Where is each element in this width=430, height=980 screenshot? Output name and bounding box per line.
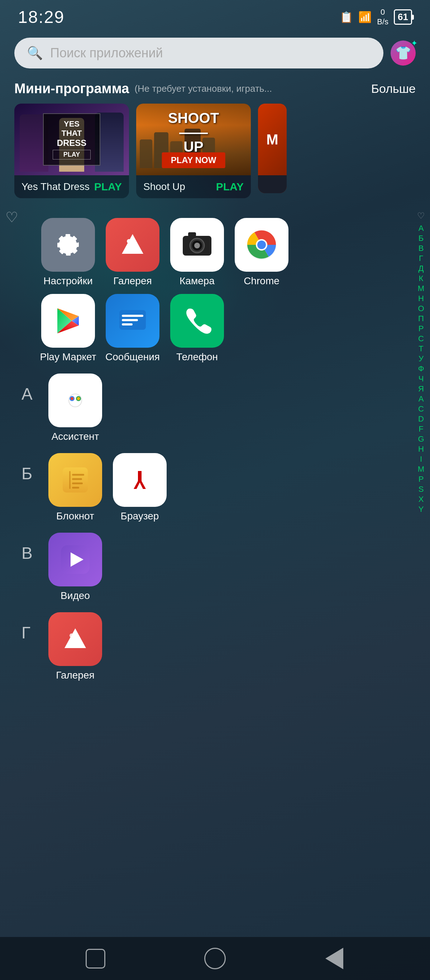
- search-placeholder: Поиск приложений: [50, 46, 163, 60]
- alpha-i[interactable]: I: [420, 455, 422, 463]
- app-item-messages[interactable]: Сообщения: [104, 294, 161, 363]
- home-button[interactable]: [201, 944, 229, 973]
- app-icon-chrome: [235, 218, 289, 272]
- section-apps-v: Видео: [47, 533, 104, 601]
- svg-marker-0: [122, 234, 143, 254]
- alpha-ф[interactable]: Ф: [418, 365, 424, 373]
- section-letter-g: Г: [22, 612, 40, 642]
- section-apps-b: Блокнот Браузер: [47, 453, 168, 522]
- app-icon-gallery: [106, 218, 159, 272]
- yes-dress-banner: YES THAT DRESS PLAY: [43, 113, 100, 165]
- alpha-с[interactable]: С: [418, 335, 424, 343]
- app-item-phone[interactable]: Телефон: [168, 294, 226, 363]
- alpha-d[interactable]: D: [418, 415, 424, 423]
- game-card-bottom-shoot-up: Shoot Up PLAY: [136, 175, 251, 198]
- svg-point-1: [127, 239, 131, 243]
- svg-point-22: [71, 397, 73, 400]
- app-item-browser[interactable]: Браузер: [111, 453, 168, 522]
- shoot-up-play-now: PLAY NOW: [162, 152, 225, 168]
- alpha-ч[interactable]: Ч: [419, 375, 424, 383]
- recent-icon: [86, 949, 105, 969]
- app-label-settings: Настройки: [43, 275, 92, 287]
- section-letter-a: А: [22, 374, 40, 404]
- app-item-gallery2[interactable]: Галерея: [47, 612, 104, 681]
- game-play-yes-that-dress[interactable]: PLAY: [94, 181, 122, 193]
- alpha-н[interactable]: Н: [418, 294, 424, 302]
- alpha-д[interactable]: Д: [419, 264, 424, 272]
- alpha-p[interactable]: P: [419, 475, 424, 483]
- app-icon-messages: [106, 294, 159, 348]
- game-card-shoot-up[interactable]: SHOOT——UP PLAY NOW Shoot Up PLAY: [136, 103, 251, 198]
- section-apps-a: Ассистент: [47, 374, 104, 442]
- alpha-р[interactable]: Р: [419, 325, 424, 332]
- game-card-bottom-yes-that-dress: Yes That Dress PLAY: [14, 175, 129, 198]
- section-letter-b: Б: [22, 453, 40, 483]
- search-bar[interactable]: 🔍 Поиск приложений: [14, 38, 383, 68]
- profile-icon[interactable]: 👕 ✦: [390, 40, 416, 65]
- recent-button[interactable]: [81, 944, 110, 973]
- game-cards: YES THAT DRESS PLAY Yes That Dress PLAY: [14, 103, 416, 198]
- alpha-о[interactable]: О: [418, 305, 424, 313]
- alpha-x[interactable]: X: [419, 495, 424, 503]
- app-icon-browser: [113, 453, 167, 507]
- game-name-shoot-up: Shoot Up: [143, 181, 185, 192]
- alpha-у[interactable]: У: [419, 355, 424, 363]
- app-section-g: Г Галерея: [22, 605, 408, 685]
- app-item-settings[interactable]: Настройки: [40, 218, 97, 287]
- alphabet-heart[interactable]: ♡: [417, 211, 425, 221]
- app-label-phone: Телефон: [176, 351, 218, 363]
- alpha-f[interactable]: F: [419, 425, 423, 433]
- battery-indicator: 61: [394, 9, 412, 25]
- app-item-video[interactable]: Видео: [47, 533, 104, 601]
- app-item-assistant[interactable]: Ассистент: [47, 374, 104, 442]
- alpha-в[interactable]: В: [419, 245, 424, 252]
- game-card-yes-that-dress[interactable]: YES THAT DRESS PLAY Yes That Dress PLAY: [14, 103, 129, 198]
- alpha-m[interactable]: M: [418, 465, 424, 473]
- svg-point-10: [257, 240, 266, 249]
- app-item-gallery[interactable]: Галерея: [104, 218, 161, 287]
- favorites-icon[interactable]: ♡: [5, 209, 18, 226]
- svg-rect-27: [72, 474, 84, 476]
- svg-rect-30: [72, 487, 79, 488]
- section-letter-v: В: [22, 533, 40, 563]
- home-icon: [204, 948, 226, 969]
- app-item-chrome[interactable]: Chrome: [233, 218, 290, 287]
- app-item-play-market[interactable]: Play Маркет: [40, 294, 97, 363]
- mini-program-more[interactable]: Больше: [371, 82, 416, 96]
- alpha-м[interactable]: М: [418, 285, 424, 293]
- app-label-play-market: Play Маркет: [40, 351, 96, 363]
- alpha-п[interactable]: П: [418, 315, 424, 323]
- screen: 18:29 📋 📶 0 B/s 61 🔍 Поиск приложений 👕 …: [0, 0, 430, 980]
- alpha-y[interactable]: Y: [419, 506, 424, 513]
- svg-point-24: [77, 397, 80, 400]
- alpha-г[interactable]: Г: [419, 255, 423, 262]
- star-icon: ✦: [411, 39, 417, 48]
- status-icons: 📋 📶 0 B/s 61: [340, 8, 412, 27]
- alpha-h[interactable]: H: [418, 445, 424, 453]
- back-button[interactable]: [320, 944, 349, 973]
- svg-point-35: [70, 633, 74, 638]
- alpha-s[interactable]: S: [419, 485, 424, 493]
- app-label-gallery: Галерея: [113, 275, 152, 287]
- alpha-т[interactable]: Т: [419, 345, 423, 353]
- tshirt-emoji: 👕: [395, 46, 411, 60]
- app-item-notepad[interactable]: Блокнот: [47, 453, 104, 522]
- app-item-camera[interactable]: Камера: [168, 218, 226, 287]
- search-icon: 🔍: [27, 46, 43, 60]
- svg-point-19: [61, 386, 90, 415]
- app-icon-notepad: [48, 453, 102, 507]
- alpha-я[interactable]: Я: [418, 385, 424, 393]
- app-row-1: Настройки Галерея: [22, 214, 408, 290]
- back-icon: [325, 948, 343, 969]
- alpha-c[interactable]: C: [418, 405, 424, 413]
- svg-rect-18: [122, 323, 133, 326]
- alpha-к[interactable]: К: [419, 275, 424, 282]
- alpha-g[interactable]: G: [418, 435, 424, 443]
- svg-rect-28: [72, 478, 82, 480]
- alpha-б[interactable]: Б: [419, 234, 424, 242]
- alpha-a[interactable]: A: [419, 395, 424, 403]
- status-bar: 18:29 📋 📶 0 B/s 61: [0, 0, 430, 30]
- game-play-shoot-up[interactable]: PLAY: [216, 181, 244, 193]
- app-label-browser: Браузер: [121, 511, 159, 522]
- alpha-а[interactable]: А: [419, 224, 424, 232]
